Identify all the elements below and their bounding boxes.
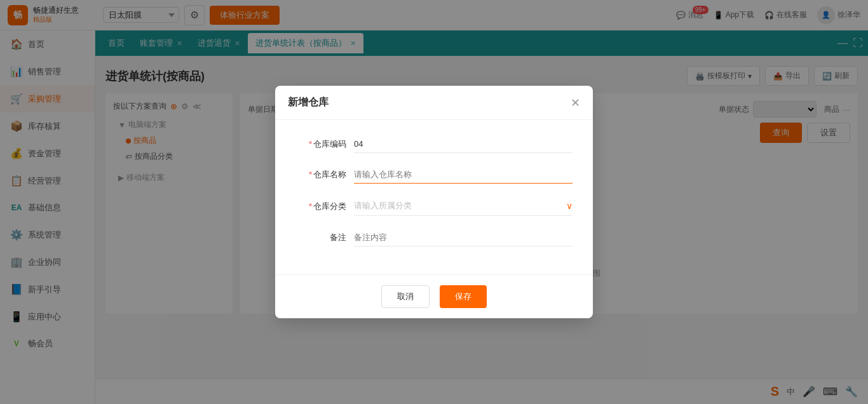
category-select[interactable]: 请输入所属分类 ∨ <box>354 196 573 216</box>
category-label: 仓库分类 <box>295 201 346 212</box>
modal-overlay[interactable]: 新增仓库 ✕ 仓库编码 仓库名称 仓库分类 请输入所属分类 ∨ <box>0 0 868 404</box>
dialog-footer: 取消 保存 <box>275 274 593 318</box>
note-row: 备注 <box>295 229 573 246</box>
dialog-body: 仓库编码 仓库名称 仓库分类 请输入所属分类 ∨ 备注 <box>275 120 593 274</box>
category-dropdown-icon: ∨ <box>566 201 573 211</box>
new-warehouse-dialog: 新增仓库 ✕ 仓库编码 仓库名称 仓库分类 请输入所属分类 ∨ <box>275 86 593 318</box>
cancel-button[interactable]: 取消 <box>381 285 430 308</box>
save-button[interactable]: 保存 <box>440 285 487 308</box>
dialog-close-button[interactable]: ✕ <box>571 97 580 109</box>
name-input[interactable] <box>354 166 573 184</box>
dialog-header: 新增仓库 ✕ <box>275 86 593 120</box>
name-label: 仓库名称 <box>295 169 346 180</box>
category-row: 仓库分类 请输入所属分类 ∨ <box>295 196 573 216</box>
name-row: 仓库名称 <box>295 166 573 184</box>
dialog-title: 新增仓库 <box>288 96 329 109</box>
code-row: 仓库编码 <box>295 135 573 153</box>
note-input[interactable] <box>354 229 573 246</box>
note-label: 备注 <box>295 232 346 243</box>
code-label: 仓库编码 <box>295 138 346 150</box>
code-input[interactable] <box>354 135 573 153</box>
